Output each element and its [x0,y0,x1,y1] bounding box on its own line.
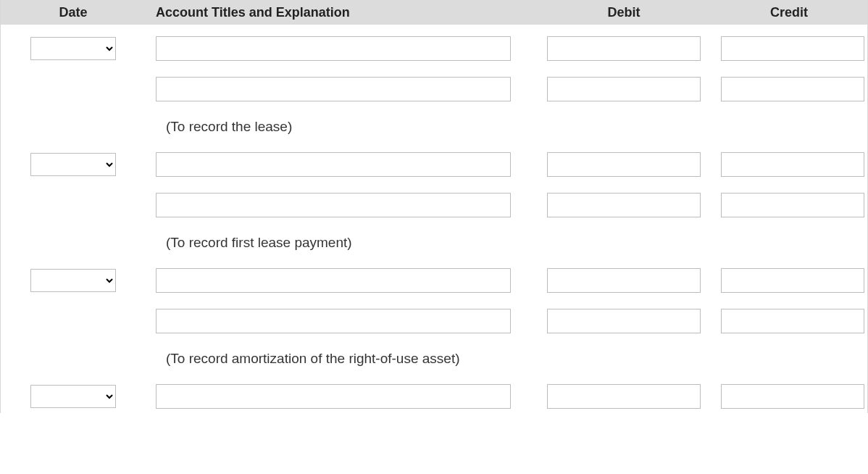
entry-row [1,302,867,341]
account-title-input[interactable] [156,193,511,217]
entry-row [1,70,867,109]
account-title-input[interactable] [156,36,511,61]
account-title-input[interactable] [156,309,511,333]
header-account: Account Titles and Explanation [146,5,537,20]
entry-row [1,186,867,225]
credit-input[interactable] [721,193,864,217]
account-title-input[interactable] [156,77,511,101]
credit-input[interactable] [721,309,864,333]
header-debit: Debit [537,5,711,20]
header-credit: Credit [711,5,867,20]
date-select[interactable] [30,153,116,176]
credit-input[interactable] [721,268,864,293]
debit-input[interactable] [547,36,701,61]
debit-input[interactable] [547,384,701,409]
table-header-row: Date Account Titles and Explanation Debi… [1,0,867,25]
entry-row [1,149,867,186]
header-date: Date [1,5,146,20]
account-title-input[interactable] [156,152,511,177]
debit-input[interactable] [547,77,701,101]
entry-row [1,265,867,302]
debit-input[interactable] [547,268,701,293]
explanation-row: (To record first lease payment) [1,225,867,265]
credit-input[interactable] [721,152,864,177]
account-title-input[interactable] [156,268,511,293]
explanation-row: (To record the lease) [1,109,867,149]
debit-input[interactable] [547,309,701,333]
explanation-text: (To record amortization of the right-of-… [156,351,460,366]
credit-input[interactable] [721,384,864,409]
explanation-text: (To record the lease) [156,119,292,134]
credit-input[interactable] [721,77,864,101]
explanation-row: (To record amortization of the right-of-… [1,341,867,381]
date-select[interactable] [30,385,116,408]
credit-input[interactable] [721,36,864,61]
explanation-text: (To record first lease payment) [156,235,352,250]
journal-entry-table: Date Account Titles and Explanation Debi… [0,0,868,413]
date-select[interactable] [30,269,116,292]
entry-row [1,381,867,413]
debit-input[interactable] [547,193,701,217]
account-title-input[interactable] [156,384,511,409]
debit-input[interactable] [547,152,701,177]
entry-row [1,25,867,70]
date-select[interactable] [30,37,116,60]
